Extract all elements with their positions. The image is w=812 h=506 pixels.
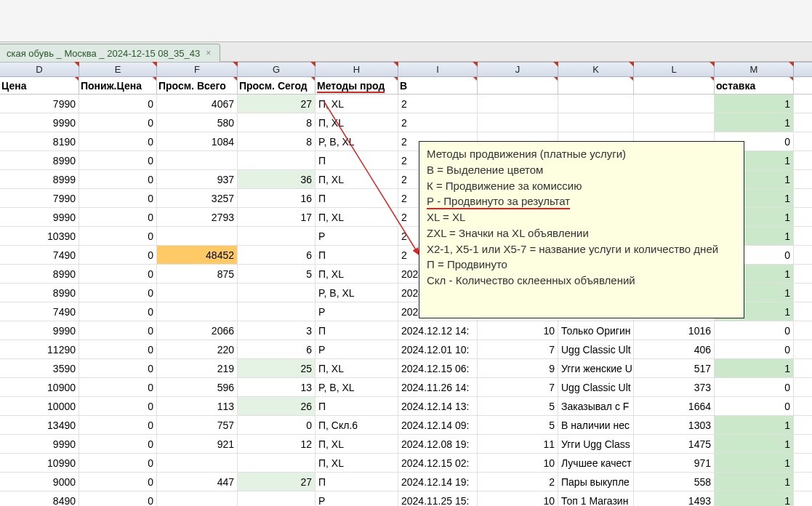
cell-H[interactable]: П, XL [315,435,398,453]
cell-D[interactable]: 9000 [0,473,79,491]
cell-H[interactable]: P, B, XL [315,132,398,150]
cell-F[interactable]: 447 [157,473,238,491]
cell-H[interactable]: П, XL [315,359,398,377]
cell-E[interactable]: 0 [79,321,157,340]
cell-F[interactable]: 220 [157,340,238,358]
cell-D[interactable]: 8990 [0,284,79,302]
cell-F[interactable]: 48452 [157,246,238,264]
cell-J[interactable]: 5 [478,397,558,415]
col-head-J[interactable]: J [478,63,558,77]
cell-H[interactable]: П, XL [315,454,398,472]
cell-D[interactable]: 13490 [0,416,79,434]
cell-H[interactable]: P [315,227,398,245]
cell-G[interactable] [238,454,315,472]
cell-E[interactable]: 0 [79,454,157,472]
cell-F[interactable] [157,302,238,321]
header-M[interactable]: оставка [715,77,794,94]
cell-E[interactable]: 0 [79,95,157,113]
cell-K[interactable]: В наличии нес [558,416,634,434]
header-F[interactable]: Просм. Всего [157,77,238,94]
cell-G[interactable]: 13 [238,378,315,396]
col-head-D[interactable]: D [0,63,79,77]
cell-L[interactable]: 1475 [634,435,715,453]
cell-E[interactable]: 0 [79,302,157,321]
cell-G[interactable]: 16 [238,189,315,207]
cell-L[interactable]: 1303 [634,416,715,434]
cell-J[interactable]: 10 [478,491,558,506]
cell-G[interactable]: 6 [238,340,315,358]
cell-E[interactable]: 0 [79,208,157,226]
cell-K[interactable]: Пары выкупле [558,473,634,491]
cell-M[interactable]: 0 [715,340,794,358]
cell-E[interactable]: 0 [79,227,157,245]
cell-K[interactable]: Топ 1 Магазин [558,491,634,506]
cell-H[interactable]: П [315,397,398,415]
cell-F[interactable]: 921 [157,435,238,453]
workbook-tab[interactable]: ская обувь _ Москва _ 2024-12-15 08_35_4… [0,44,220,62]
cell-J[interactable] [478,95,558,113]
cell-D[interactable]: 10390 [0,227,79,245]
col-head-M[interactable]: M [715,63,794,77]
cell-E[interactable]: 0 [79,340,157,358]
cell-D[interactable]: 7490 [0,302,79,321]
cell-F[interactable]: 1084 [157,132,238,150]
col-head-I[interactable]: I [398,63,478,77]
cell-I[interactable]: 2024.12.14 13: [398,397,478,415]
cell-F[interactable] [157,151,238,169]
cell-J[interactable]: 7 [478,340,558,358]
cell-D[interactable]: 7490 [0,246,79,264]
cell-L[interactable]: 1664 [634,397,715,415]
cell-E[interactable]: 0 [79,151,157,169]
cell-H[interactable]: П [315,473,398,491]
cell-E[interactable]: 0 [79,359,157,377]
cell-G[interactable]: 3 [238,321,315,340]
cell-J[interactable]: 2 [478,473,558,491]
cell-G[interactable] [238,151,315,169]
cell-I[interactable]: 2 [398,113,478,132]
cell-H[interactable]: П [315,246,398,264]
cell-H[interactable]: П, XL [315,265,398,283]
cell-H[interactable]: П, XL [315,208,398,226]
cell-D[interactable]: 10990 [0,454,79,472]
cell-I[interactable]: 2024.11.26 14: [398,378,478,396]
cell-H[interactable]: P [315,491,398,506]
cell-M[interactable]: 0 [715,321,794,340]
cell-D[interactable]: 3590 [0,359,79,377]
cell-K[interactable]: Только Оригин [558,321,634,340]
header-G[interactable]: Просм. Сегод [238,77,315,94]
cell-D[interactable]: 9990 [0,321,79,340]
cell-E[interactable]: 0 [79,397,157,415]
cell-E[interactable]: 0 [79,473,157,491]
cell-K[interactable] [558,113,634,132]
cell-G[interactable]: 12 [238,435,315,453]
cell-F[interactable] [157,491,238,506]
cell-J[interactable]: 5 [478,416,558,434]
cell-I[interactable]: 2024.12.01 10: [398,340,478,358]
cell-G[interactable]: 6 [238,246,315,264]
cell-K[interactable] [558,95,634,113]
cell-M[interactable]: 0 [715,378,794,396]
cell-G[interactable]: 8 [238,113,315,132]
cell-E[interactable]: 0 [79,265,157,283]
cell-M[interactable]: 1 [715,435,794,453]
cell-F[interactable]: 219 [157,359,238,377]
cell-L[interactable]: 373 [634,378,715,396]
cell-D[interactable]: 9990 [0,113,79,132]
cell-F[interactable] [157,454,238,472]
cell-D[interactable]: 7990 [0,95,79,113]
cell-L[interactable] [634,113,715,132]
cell-K[interactable]: Лучшее качест [558,454,634,472]
cell-M[interactable]: 0 [715,397,794,415]
cell-F[interactable]: 875 [157,265,238,283]
cell-I[interactable]: 2024.12.14 09: [398,416,478,434]
cell-H[interactable]: P, B, XL [315,378,398,396]
cell-G[interactable] [238,491,315,506]
cell-M[interactable]: 1 [715,95,794,113]
cell-H[interactable]: P, B, XL [315,284,398,302]
cell-F[interactable]: 4067 [157,95,238,113]
cell-D[interactable]: 8990 [0,265,79,283]
cell-I[interactable]: 2024.12.15 06: [398,359,478,377]
cell-K[interactable]: Ugg Classic Ult [558,340,634,358]
cell-E[interactable]: 0 [79,284,157,302]
cell-I[interactable]: 2024.12.14 19: [398,473,478,491]
